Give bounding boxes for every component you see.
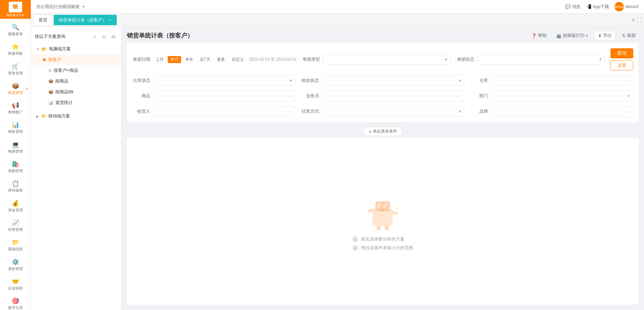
salesperson-filter-item: 业务员 ··· bbox=[301, 91, 464, 101]
sidebar-item-finance[interactable]: 💰 资金管理 bbox=[0, 196, 31, 216]
add-scheme-button[interactable]: + bbox=[91, 33, 98, 40]
mobile-schemes-folder[interactable]: ▶ 📁 移动端方案 bbox=[31, 111, 121, 121]
brand-input[interactable]: ··· bbox=[491, 106, 633, 117]
sidebar: 畅 畅捷通好生意 🔍 搜索菜单 ⭐ 快捷导航 🛒 零售管理 📦 批发管理 ▲ bbox=[0, 0, 31, 310]
date-custom[interactable]: 自定义 bbox=[229, 56, 247, 63]
help-button[interactable]: ❓ 帮助 bbox=[529, 31, 549, 40]
filter-panel: 单据日期 上月 本月 本年 近7天 更多 自定义 2023-03-01 至 20… bbox=[127, 43, 639, 122]
settings-button[interactable]: 设置 bbox=[610, 60, 633, 70]
order-type-input[interactable]: ▾ bbox=[323, 54, 451, 65]
date-this-year[interactable]: 本年 bbox=[182, 56, 196, 63]
svg-point-4 bbox=[379, 205, 381, 207]
sidebar-item-quick-nav[interactable]: ⭐ 快捷导航 bbox=[0, 40, 31, 59]
settings-scheme-button[interactable]: ⊙ bbox=[100, 33, 108, 40]
sidebar-item-search[interactable]: 🔍 搜索菜单 bbox=[0, 20, 31, 40]
empty-dot3 bbox=[43, 91, 46, 93]
maximize-window-icon[interactable]: ⛶ bbox=[637, 17, 641, 23]
sidebar-item-basic[interactable]: 📁 基础信息 bbox=[0, 235, 31, 255]
sidebar-item-system[interactable]: ⚙️ 系统管理 bbox=[0, 255, 31, 274]
export-label: 导出 bbox=[603, 33, 612, 39]
date-last-7days[interactable]: 近7天 bbox=[197, 56, 213, 63]
order-type-filter-item: 单据类型 ▾ bbox=[302, 54, 451, 65]
user-profile[interactable]: demo2 demo2 bbox=[614, 2, 639, 11]
sidebar-item-retail[interactable]: 🛒 零售管理 bbox=[0, 59, 31, 79]
message-button[interactable]: 💬 消息 bbox=[565, 4, 581, 10]
date-last-month[interactable]: 上月 bbox=[153, 56, 166, 63]
quick-nav-icon: ⭐ bbox=[12, 43, 19, 50]
salesperson-input[interactable]: ··· bbox=[322, 91, 464, 101]
logo-tagline: 畅捷通好生意 bbox=[6, 13, 24, 17]
collapse-bar: ∧ 收起更多条件 bbox=[121, 125, 644, 138]
download-icon: 📲 bbox=[586, 4, 591, 9]
sidebar-item-ecommerce[interactable]: 💻 电商管理 bbox=[0, 138, 31, 157]
purchase-icon: 🛍️ bbox=[12, 160, 19, 168]
scheme-customer-product[interactable]: ⊞ 按客户+商品 bbox=[31, 65, 121, 76]
empty-illustration bbox=[363, 192, 403, 232]
settings-scheme-icon: ⊙ bbox=[102, 34, 106, 39]
settlement-filter-item: 结算方式 ▾ bbox=[301, 106, 464, 117]
product-filter-item: 商品 ··· bbox=[132, 91, 296, 101]
date-this-month[interactable]: 本月 bbox=[168, 56, 181, 63]
warehouse-input[interactable]: ··· bbox=[491, 75, 633, 86]
product99-icon: 📦 bbox=[48, 90, 53, 94]
department-input[interactable]: ▾ bbox=[491, 91, 633, 101]
sidebar-item-marketing[interactable]: 📢 营销推广 bbox=[0, 98, 31, 118]
refresh-button[interactable]: ↻ 刷新 bbox=[620, 31, 639, 40]
sidebar-item-sales[interactable]: 📊 销售管理 bbox=[0, 118, 31, 137]
refresh-label: 刷新 bbox=[627, 33, 636, 39]
sidebar-item-newbie[interactable]: 🎯 新手引导 bbox=[0, 294, 31, 310]
operations-icon: 📈 bbox=[12, 219, 19, 226]
order-status-input[interactable]: ▾ bbox=[477, 54, 605, 65]
by-product99-label: 按商品99 bbox=[55, 89, 73, 95]
scheme-return-stats[interactable]: 📊 退货统计 bbox=[31, 97, 121, 108]
app-download-button[interactable]: 📲 App下载 bbox=[586, 4, 609, 10]
scheme-by-product[interactable]: 📦 按商品 bbox=[31, 76, 121, 87]
settlement-label: 结算方式 bbox=[301, 108, 319, 114]
order-status-filter-item: 单据状态 ▾ bbox=[456, 54, 605, 65]
user-avatar: demo2 bbox=[614, 2, 624, 11]
product-icon: 📦 bbox=[48, 79, 53, 84]
search-button[interactable]: 查询 bbox=[610, 48, 633, 58]
folder-icon: 📂 bbox=[42, 47, 47, 52]
system-icon: ⚙️ bbox=[12, 258, 19, 266]
hint2-num: 2 bbox=[352, 245, 358, 251]
tab-home[interactable]: 首页 bbox=[34, 15, 52, 25]
sidebar-item-operations[interactable]: 📈 经营管理 bbox=[0, 216, 31, 235]
sidebar-label-wholesale: 批发管理 bbox=[8, 90, 23, 95]
collection-status-input[interactable]: ▾ bbox=[322, 75, 464, 86]
basic-icon: 📁 bbox=[12, 239, 19, 246]
message-label: 消息 bbox=[572, 4, 581, 10]
collapse-panel-button[interactable]: ≪ bbox=[110, 33, 117, 40]
sidebar-item-enterprise[interactable]: 🤝 企业协同 bbox=[0, 274, 31, 294]
svg-rect-9 bbox=[385, 225, 389, 230]
left-panel-actions: + ⊙ ≪ bbox=[91, 33, 117, 40]
sidebar-label-quick-nav: 快捷导航 bbox=[8, 51, 23, 56]
out-status-input[interactable]: ▾ bbox=[153, 75, 296, 86]
tab-close-icon[interactable]: ✕ bbox=[109, 18, 112, 22]
product-input[interactable]: ··· bbox=[153, 91, 296, 101]
home-tab-label: 首页 bbox=[39, 17, 47, 23]
receiver-input[interactable]: ··· bbox=[153, 106, 296, 117]
tab-sales-stats[interactable]: 销货单统计表（按客户） ✕ bbox=[54, 15, 117, 25]
sidebar-item-wholesale[interactable]: 📦 批发管理 ▲ bbox=[0, 79, 31, 98]
collapse-conditions-button[interactable]: ∧ 收起更多条件 bbox=[364, 127, 402, 136]
breadcrumb-dropdown[interactable]: ▾ bbox=[83, 4, 85, 9]
sidebar-item-purchase[interactable]: 🛍️ 采购管理 bbox=[0, 157, 31, 176]
svg-rect-8 bbox=[377, 225, 381, 230]
sidebar-label-sales: 销售管理 bbox=[8, 129, 23, 134]
by-product-label: 按商品 bbox=[55, 78, 68, 84]
sidebar-item-inventory[interactable]: 📋 库存核算 bbox=[0, 176, 31, 196]
date-more[interactable]: 更多 bbox=[214, 56, 228, 63]
settlement-input[interactable]: ▾ bbox=[322, 106, 464, 117]
desktop-folder-label: 电脑端方案 bbox=[49, 46, 71, 52]
template-print-button[interactable]: 🖨️ 按模板打印 ▾ bbox=[553, 31, 590, 40]
empty-hint-1: 1 请先选择要分析的方案 bbox=[352, 236, 413, 242]
desktop-schemes-folder[interactable]: ▼ 📂 电脑端方案 bbox=[31, 44, 121, 54]
customer-icon: ⊞ bbox=[48, 68, 52, 73]
scheme-by-product99[interactable]: 📦 按商品99 bbox=[31, 87, 121, 97]
logo-icon: 畅 bbox=[9, 2, 22, 12]
export-button[interactable]: ⬇ 导出 bbox=[594, 31, 615, 40]
filter-row-1: 单据日期 上月 本月 本年 近7天 更多 自定义 2023-03-01 至 20… bbox=[132, 48, 633, 70]
close-window-icon[interactable]: ✕ bbox=[631, 17, 635, 23]
scheme-by-customer[interactable]: 按客户 bbox=[31, 54, 121, 65]
